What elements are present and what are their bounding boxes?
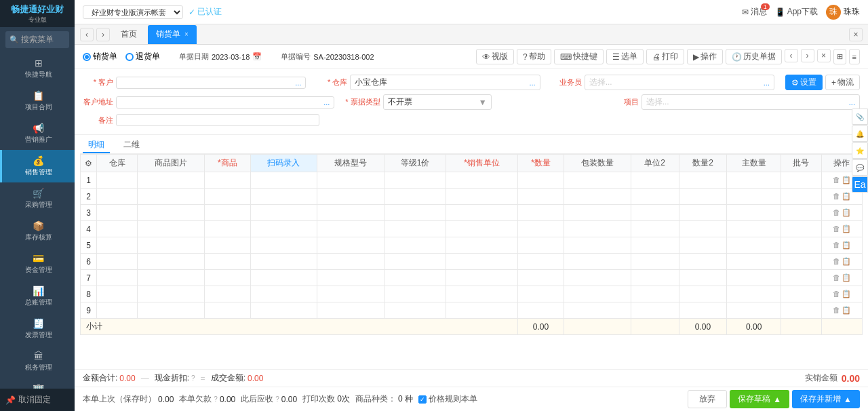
row-8-unit[interactable] [446,286,518,302]
row-8-price[interactable] [384,286,446,302]
sidebar-item-marketing[interactable]: 📢 营销推广 [0,117,75,150]
row-9-unit[interactable] [446,302,518,319]
sidebar-item-project[interactable]: 📋 项目合同 [0,85,75,117]
row-9-qty[interactable] [518,302,564,319]
row-8-scan[interactable] [250,286,317,302]
row-9-scan[interactable] [250,302,317,319]
th-settings[interactable]: ⚙ [81,155,97,172]
row-6-qty[interactable] [518,254,564,270]
row-4-price[interactable] [384,221,446,237]
sidebar-item-purchase[interactable]: 🛒 采购管理 [0,182,75,215]
row-1-copy-icon[interactable]: 📋 [842,176,851,184]
row-1-main-qty[interactable] [727,172,781,189]
row-5-qty[interactable] [518,237,564,254]
row-6-price[interactable] [384,254,446,270]
sidebar-item-assets[interactable]: 🏢 固定资产 [0,378,75,389]
row-1-qty[interactable] [518,172,564,189]
row-9-batch[interactable] [781,302,821,319]
row-5-qty2[interactable] [679,237,727,254]
row-2-scan[interactable] [250,189,317,205]
salesperson-dots-icon[interactable]: ... [764,79,770,87]
row-2-delete-icon[interactable]: 🗑 [833,192,840,201]
row-6-pack-qty[interactable] [564,254,631,270]
company-select[interactable]: 好业财专业版演示帐套 [83,5,183,19]
setup-button[interactable]: ⚙ 设置 [785,75,823,90]
row-2-pack-qty[interactable] [564,189,631,205]
radio-sales[interactable]: 销货单 [83,51,117,62]
unpin-button[interactable]: 📌 取消固定 [5,391,69,408]
row-6-warehouse[interactable] [97,254,138,270]
discount-info-icon[interactable]: ? [191,374,195,382]
row-5-batch[interactable] [781,237,821,254]
row-5-pack-qty[interactable] [564,237,631,254]
save-new-button[interactable]: 保存并新增 ▲ [792,390,860,408]
row-7-spec[interactable] [317,270,384,286]
sidebar-item-inventory[interactable]: 📦 库存核算 [0,215,75,248]
debt-info-icon[interactable]: ? [214,395,218,403]
future-info-icon[interactable]: ? [275,395,279,403]
row-9-qty2[interactable] [679,302,727,319]
row-4-warehouse[interactable] [97,221,138,237]
row-3-unit[interactable] [446,205,518,221]
row-6-main-qty[interactable] [727,254,781,270]
row-4-scan[interactable] [250,221,317,237]
discard-button[interactable]: 放弃 [688,390,727,408]
calendar-icon[interactable]: 📅 [252,52,262,61]
row-9-copy-icon[interactable]: 📋 [842,306,851,315]
tab-home[interactable]: 首页 [113,25,145,44]
row-2-qty[interactable] [518,189,564,205]
row-7-scan[interactable] [250,270,317,286]
row-1-unit[interactable] [446,172,518,189]
row-1-delete-icon[interactable]: 🗑 [833,176,840,184]
tab-close-btn[interactable]: × [849,28,863,41]
row-6-spec[interactable] [317,254,384,270]
row-3-delete-icon[interactable]: 🗑 [833,208,840,217]
row-8-copy-icon[interactable]: 📋 [842,290,851,298]
row-8-spec[interactable] [317,286,384,302]
view-button[interactable]: 👁 视版 [476,49,514,64]
row-5-delete-icon[interactable]: 🗑 [833,241,840,250]
address-input[interactable]: ... [116,96,334,109]
row-4-qty2[interactable] [679,221,727,237]
row-5-scan[interactable] [250,237,317,254]
row-2-batch[interactable] [781,189,821,205]
invoice-select[interactable]: 不开票 ▼ [383,94,492,110]
row-2-copy-icon[interactable]: 📋 [842,192,851,201]
customer-input[interactable]: ... [116,77,306,89]
row-7-qty[interactable] [518,270,564,286]
sidebar-item-capital[interactable]: 💳 资金管理 [0,248,75,280]
radio-return[interactable]: 退货单 [125,51,160,62]
right-tool-active[interactable]: Ea [852,176,868,193]
row-5-main-qty[interactable] [727,237,781,254]
project-dots-icon[interactable]: ... [849,98,855,106]
row-4-copy-icon[interactable]: 📋 [842,224,851,233]
save-draft-button[interactable]: 保存草稿 ▲ [730,390,789,408]
row-4-qty[interactable] [518,221,564,237]
row-3-unit2[interactable] [631,205,679,221]
row-6-product[interactable] [204,254,250,270]
sidebar-item-tax[interactable]: 🏛 税务管理 [0,345,75,378]
row-9-warehouse[interactable] [97,302,138,319]
row-5-spec[interactable] [317,237,384,254]
row-7-unit2[interactable] [631,270,679,286]
row-3-main-qty[interactable] [727,205,781,221]
user-menu[interactable]: 珠 珠珠 [826,5,860,20]
tab-nav-prev[interactable]: ‹ [80,28,94,41]
row-8-warehouse[interactable] [97,286,138,302]
operate-button[interactable]: ▶ 操作 [687,49,723,64]
row-7-copy-icon[interactable]: 📋 [842,273,851,282]
row-3-batch[interactable] [781,205,821,221]
row-2-unit2[interactable] [631,189,679,205]
row-4-pack-qty[interactable] [564,221,631,237]
messages-button[interactable]: ✉ 消息 1 [742,6,767,18]
row-8-delete-icon[interactable]: 🗑 [833,290,840,298]
salesperson-input[interactable]: 选择... ... [585,75,774,90]
row-9-pack-qty[interactable] [564,302,631,319]
help-button[interactable]: ? 帮助 [517,49,551,64]
row-9-delete-icon[interactable]: 🗑 [833,306,840,315]
remarks-input[interactable] [116,114,319,126]
row-6-qty2[interactable] [679,254,727,270]
row-8-product[interactable] [204,286,250,302]
row-6-copy-icon[interactable]: 📋 [842,257,851,266]
row-1-product[interactable] [204,172,250,189]
